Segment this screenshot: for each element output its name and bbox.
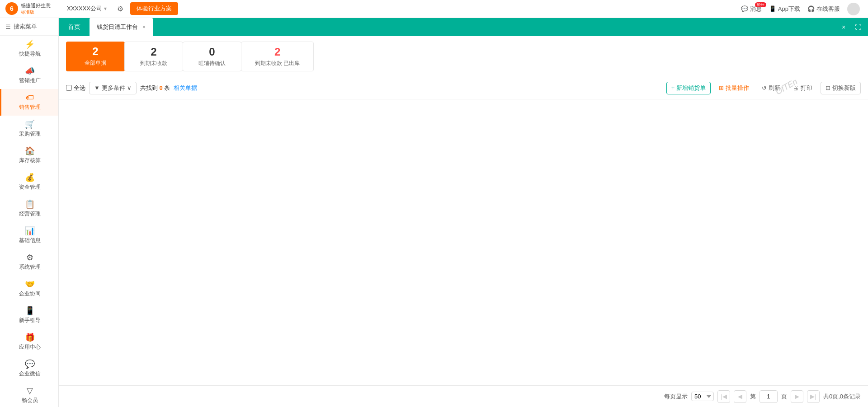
switch-version-button[interactable]: ⊡ 切换新版 [821, 82, 861, 94]
experience-button[interactable]: 体验行业方案 [130, 2, 178, 15]
tab-bar-actions: × ⛶ [837, 21, 868, 33]
sidebar-item-operation[interactable]: 📋 经营管理 [0, 196, 58, 222]
sidebar-item-finance[interactable]: 💰 资金管理 [0, 169, 58, 196]
sidebar-item-basic-info[interactable]: 📊 基础信息 [0, 222, 58, 249]
filter-button[interactable]: ▼ 更多条件 ∨ [89, 82, 137, 94]
select-all-checkbox[interactable]: 全选 [66, 84, 85, 92]
logo-icon: 6 [5, 2, 18, 15]
refresh-label: 刷新 [769, 84, 780, 92]
system-icon: ⚙ [26, 253, 33, 262]
page-suffix: 页 [781, 393, 787, 401]
sidebar-item-inventory[interactable]: 🏠 库存核算 [0, 142, 58, 169]
avatar-area[interactable] [847, 3, 863, 15]
switch-icon: ⊡ [826, 84, 830, 91]
summary-card-unshipped[interactable]: 2 到期未收款 已出库 [241, 42, 314, 71]
related-bills-link[interactable]: 相关单据 [174, 84, 197, 92]
new-sales-button[interactable]: + 新增销货单 [666, 82, 711, 94]
tab-bar: 首页 钱货日清工作台 × × ⛶ [59, 18, 868, 36]
app-download-label: App下载 [778, 5, 800, 13]
marketing-icon: 📣 [25, 67, 35, 75]
purchase-icon: 🛒 [25, 120, 35, 128]
app-download-button[interactable]: 📱 App下载 [769, 5, 800, 13]
logo-line2: 标准版 [21, 9, 51, 15]
tab-close-icon[interactable]: × [142, 24, 146, 30]
sidebar-item-system[interactable]: ⚙ 系统管理 [0, 249, 58, 276]
settings-button[interactable]: ⚙ [114, 2, 127, 15]
basic-info-icon: 📊 [25, 227, 35, 235]
sidebar-item-enterprise[interactable]: 🤝 企业协同 [0, 276, 58, 302]
page-size-label: 每页显示 [664, 393, 688, 401]
sidebar-item-quick-nav[interactable]: ⚡ 快捷导航 [0, 36, 58, 62]
tab-home[interactable]: 首页 [59, 18, 90, 36]
sidebar-operation-label: 经营管理 [19, 210, 41, 218]
tab-minimize-button[interactable]: × [837, 21, 850, 33]
page-next-button[interactable]: ▶ [791, 390, 803, 403]
table-area [59, 99, 868, 385]
summary-wangwang-label: 旺辅待确认 [198, 60, 226, 67]
sidebar-item-newbie[interactable]: 📱 新手引导 [0, 302, 58, 329]
page-prev-button[interactable]: ◀ [734, 390, 746, 403]
toolbar-left: 全选 ▼ 更多条件 ∨ 共找到 0 条 相关单据 [66, 82, 661, 94]
sales-icon: 🏷 [26, 94, 34, 102]
filter-icon: ▼ [94, 84, 100, 91]
header-left: 6 畅捷通好生意 标准版 XXXXXX公司 ▾ ⚙ 体验行业方案 [5, 2, 178, 15]
sidebar-item-app-center[interactable]: 🎁 应用中心 [0, 329, 58, 356]
summary-card-all[interactable]: 2 全部单据 [66, 42, 125, 71]
batch-operations-button[interactable]: ⊞ 批量操作 [714, 82, 754, 94]
summary-card-wangwang[interactable]: 0 旺辅待确认 [183, 42, 241, 71]
chevron-down-icon: ▾ [104, 5, 107, 12]
refresh-button[interactable]: ↺ 刷新 [757, 82, 785, 94]
content-area: 首页 钱货日清工作台 × × ⛶ 2 全部单据 2 到期未收款 0 旺辅待确认 [59, 18, 868, 407]
toolbar: 全选 ▼ 更多条件 ∨ 共找到 0 条 相关单据 + 新增销货单 ⊞ 批 [59, 77, 868, 99]
search-icon: ☰ [5, 23, 11, 30]
inventory-icon: 🏠 [25, 147, 35, 155]
sidebar-item-search-menu[interactable]: ☰ 搜索菜单 [0, 18, 58, 36]
message-badge: 99+ [755, 2, 766, 7]
main-layout: ☰ 搜索菜单 ⚡ 快捷导航 📣 营销推广 🏷 销售管理 🛒 采购管理 🏠 库存核… [0, 18, 868, 407]
tab-active[interactable]: 钱货日清工作台 × [90, 18, 153, 36]
sidebar-item-purchase[interactable]: 🛒 采购管理 [0, 116, 58, 142]
sidebar-finance-label: 资金管理 [19, 183, 41, 191]
select-all-label: 全选 [74, 84, 85, 92]
page-last-button[interactable]: ▶| [807, 390, 820, 403]
page-input[interactable] [760, 390, 778, 403]
company-selector[interactable]: XXXXXX公司 ▾ [63, 3, 110, 14]
print-button[interactable]: 🖨 打印 [788, 82, 817, 94]
newbie-icon: 📱 [25, 307, 35, 315]
summary-card-overdue-unpaid[interactable]: 2 到期未收款 [124, 42, 183, 71]
filter-chevron-icon: ∨ [127, 84, 132, 91]
sidebar-weixin-label: 企业微信 [19, 370, 41, 378]
sidebar-item-weixin[interactable]: 💬 企业微信 [0, 356, 58, 382]
online-service-button[interactable]: 🎧 在线客服 [807, 5, 840, 13]
batch-label: 批量操作 [726, 84, 749, 92]
batch-icon: ⊞ [719, 84, 724, 91]
sidebar-member-label: 畅会员 [22, 397, 38, 404]
page-size-select[interactable]: 10 20 50 100 [691, 392, 714, 401]
summary-unshipped-number: 2 [274, 46, 280, 59]
sidebar-app-center-label: 应用中心 [19, 343, 41, 351]
service-icon: 🎧 [807, 5, 815, 12]
message-button[interactable]: 💬 消息 99+ [741, 5, 762, 13]
page-first-button[interactable]: |◀ [717, 390, 730, 403]
sidebar-item-marketing[interactable]: 📣 营销推广 [0, 62, 58, 89]
pagination-summary: 共0页,0条记录 [823, 393, 861, 401]
summary-all-number: 2 [92, 45, 98, 58]
refresh-icon: ↺ [762, 84, 767, 91]
tab-maximize-button[interactable]: ⛶ [852, 21, 864, 33]
logo-area: 6 畅捷通好生意 标准版 [5, 2, 60, 15]
logo-line1: 畅捷通好生意 [21, 2, 51, 9]
member-icon: ▽ [27, 387, 33, 395]
filter-label: 更多条件 [102, 84, 125, 92]
select-all-input[interactable] [66, 85, 72, 91]
toolbar-right: + 新增销货单 ⊞ 批量操作 ↺ 刷新 🖨 打印 ⊡ 切换新版 [666, 82, 861, 94]
summary-unshipped-label: 到期未收款 已出库 [255, 60, 300, 67]
logo-text: 畅捷通好生意 标准版 [21, 2, 51, 15]
sidebar-sales-label: 销售管理 [19, 103, 41, 111]
finance-icon: 💰 [25, 173, 35, 182]
sidebar-item-sales[interactable]: 🏷 销售管理 [0, 89, 58, 116]
header-right: 💬 消息 99+ 📱 App下载 🎧 在线客服 [741, 3, 863, 15]
sidebar-item-member[interactable]: ▽ 畅会员 [0, 382, 58, 407]
sidebar: ☰ 搜索菜单 ⚡ 快捷导航 📣 营销推广 🏷 销售管理 🛒 采购管理 🏠 库存核… [0, 18, 59, 407]
operation-icon: 📋 [25, 200, 35, 208]
sidebar-inventory-label: 库存核算 [19, 157, 41, 164]
